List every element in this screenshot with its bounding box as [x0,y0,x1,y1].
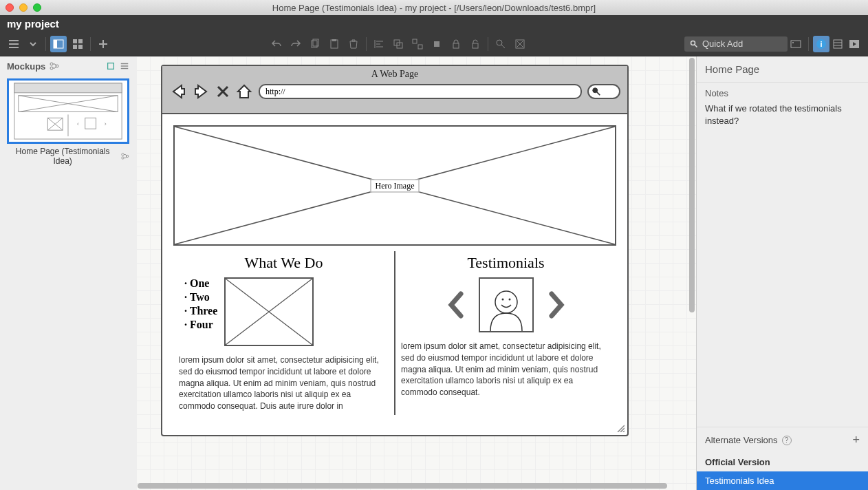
bullet-list[interactable]: One Two Three Four [179,277,217,346]
close-window-button[interactable] [6,3,14,12]
browser-window-widget[interactable]: A Web Page http:// Hero Image Wh [161,65,629,436]
add-mockup-button[interactable] [95,36,111,52]
list-item: One [184,277,217,290]
list-view-icon[interactable] [120,61,129,71]
canvas[interactable]: A Web Page http:// Hero Image Wh [136,56,696,490]
svg-rect-4 [73,45,77,49]
chevron-right-icon[interactable] [546,291,567,319]
navigator-label: Mockups [7,61,45,72]
home-icon [235,83,253,100]
resize-handle-icon[interactable] [616,424,625,432]
column-what-we-do: What We Do One Two Three Four [173,251,394,415]
svg-point-27 [50,67,53,70]
svg-text:i: i [820,40,822,48]
minimize-window-button[interactable] [19,3,28,12]
browser-body: Hero Image What We Do One Two Three Four [162,114,627,435]
browser-page-title: A Web Page [371,69,419,80]
toolbar: Quick Add i [0,32,868,56]
avatar-placeholder[interactable] [479,277,534,332]
svg-rect-29 [108,63,114,70]
ungroup-icon[interactable] [409,36,426,52]
version-official[interactable]: Official Version [697,453,868,471]
bring-front-icon[interactable] [428,36,445,52]
browser-chrome: A Web Page http:// [162,66,627,114]
navigator-panel: Mockups ‹ [0,56,136,490]
paste-icon[interactable] [326,36,343,52]
quick-add-placeholder: Quick Add [702,39,743,49]
svg-rect-31 [14,83,122,93]
markup-toggle-icon[interactable] [512,36,528,52]
inspector-title: Home Page [697,56,868,83]
svg-rect-14 [434,41,440,47]
redo-icon[interactable] [287,36,304,52]
svg-point-51 [501,299,503,301]
svg-rect-13 [418,45,422,49]
svg-point-26 [50,63,53,65]
svg-text:‹: ‹ [77,120,79,127]
library-icon[interactable] [788,36,804,52]
info-panel-icon[interactable]: i [813,36,829,52]
align-left-icon[interactable] [371,36,387,52]
svg-point-42 [122,153,124,156]
inspector-panel: Home Page Notes What if we rotated the t… [696,56,868,490]
image-placeholder[interactable] [224,277,314,346]
svg-rect-24 [834,40,842,48]
svg-point-45 [593,88,598,93]
window-title: Home Page (Testimonials Idea) - my proje… [6,3,862,13]
zoom-icon[interactable] [492,36,509,52]
svg-rect-16 [473,43,478,48]
present-icon[interactable] [846,36,862,52]
svg-text:›: › [104,120,106,127]
svg-point-50 [495,291,517,313]
svg-rect-1 [54,40,57,48]
thumbnail-view-icon[interactable] [106,61,116,71]
col2-title: Testimonials [401,254,611,272]
svg-rect-2 [73,39,77,43]
zoom-window-button[interactable] [33,3,41,12]
thumbnail-label: Home Page (Testimonials Idea) [7,147,118,166]
branch-icon [50,62,59,70]
version-selected[interactable]: Testimonials Idea [697,471,868,490]
col1-title: What We Do [179,254,389,272]
help-icon[interactable]: ? [782,436,792,445]
hero-label: Hero Image [371,179,420,192]
properties-icon[interactable] [829,36,846,52]
svg-rect-3 [78,39,83,43]
search-pill [587,84,620,99]
dropdown-arrow-icon[interactable] [25,36,41,52]
view-navigator-button[interactable] [50,36,67,52]
list-item: Three [184,305,217,317]
unlock-icon[interactable] [467,36,484,52]
view-grid-button[interactable] [69,36,86,52]
svg-rect-12 [413,39,417,43]
svg-point-52 [508,299,510,301]
alt-versions-label: Alternate Versions [705,435,778,445]
copy-icon[interactable] [307,36,323,52]
svg-rect-20 [791,41,801,47]
project-bar: my project [0,15,868,32]
lorem-text: lorem ipsum dolor sit amet, consectetur … [401,341,611,398]
menu-icon[interactable] [6,36,22,52]
group-icon[interactable] [390,36,406,52]
back-arrow-icon [169,83,187,100]
alternate-versions-header: Alternate Versions ? + [697,427,868,453]
svg-point-21 [792,42,794,43]
vertical-scrollbar[interactable] [686,56,696,480]
chevron-left-icon[interactable] [446,291,466,319]
list-item: Two [184,291,217,303]
hero-image-placeholder[interactable]: Hero Image [173,125,616,246]
window-titlebar: Home Page (Testimonials Idea) - my proje… [0,0,868,15]
svg-point-17 [497,40,502,45]
add-version-button[interactable]: + [852,433,860,447]
svg-rect-9 [332,39,336,41]
horizontal-scrollbar[interactable] [136,480,686,490]
notes-label: Notes [697,83,868,103]
quick-add-input[interactable]: Quick Add [684,36,788,52]
lock-icon[interactable] [448,36,464,52]
svg-point-43 [122,157,124,159]
undo-icon[interactable] [268,36,285,52]
notes-body[interactable]: What if we rotated the testimonials inst… [697,103,868,427]
mockup-thumbnail[interactable]: ‹ › Home Page (Testimonials Idea) [7,78,129,166]
project-name: my project [7,18,59,30]
delete-icon[interactable] [345,36,362,52]
